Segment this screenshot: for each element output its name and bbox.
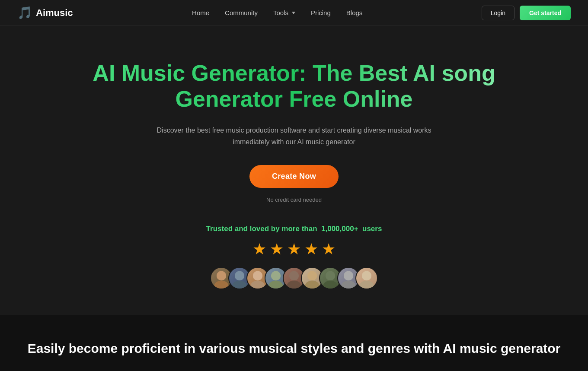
nav-link-home[interactable]: Home [192, 9, 209, 16]
features-section: Easily become proficient in various musi… [0, 315, 588, 371]
logo-icon: 🎵 [17, 6, 32, 20]
no-credit-card-text: No credit card needed [74, 197, 514, 203]
get-started-button[interactable]: Get started [520, 6, 571, 20]
svg-point-0 [217, 271, 226, 280]
star-1: ★ [252, 240, 266, 258]
nav-item-home[interactable]: Home [192, 9, 209, 17]
svg-point-8 [289, 271, 299, 280]
logo[interactable]: 🎵 Aimusic [17, 6, 73, 20]
nav-link-tools[interactable]: Tools [273, 9, 295, 16]
star-rating: ★ ★ ★ ★ ★ [74, 240, 514, 258]
chevron-down-icon [292, 12, 295, 14]
trusted-text: Trusted and loved by more than 1,000,000… [74, 225, 514, 233]
social-proof: Trusted and loved by more than 1,000,000… [74, 225, 514, 289]
hero-section: AI Music Generator: The Best AI song Gen… [56, 26, 532, 315]
svg-point-16 [362, 271, 371, 280]
user-count: 1,000,000+ [321, 225, 358, 233]
svg-point-6 [271, 271, 281, 280]
trusted-prefix: Trusted and loved by more than [206, 225, 317, 233]
svg-point-10 [307, 271, 317, 280]
nav-link-pricing[interactable]: Pricing [311, 9, 331, 16]
nav-item-blogs[interactable]: Blogs [346, 9, 363, 17]
star-4: ★ [304, 240, 318, 258]
nav-item-tools[interactable]: Tools [273, 9, 295, 16]
svg-point-15 [341, 281, 355, 289]
cta-container: Create Now No credit card needed [74, 165, 514, 203]
nav-links: Home Community Tools Pricing Blogs [192, 9, 362, 17]
svg-point-14 [344, 271, 353, 280]
svg-point-3 [232, 281, 246, 289]
star-5: ★ [322, 240, 336, 258]
nav-actions: Login Get started [482, 6, 571, 20]
svg-point-9 [287, 281, 301, 289]
features-title: Easily become proficient in various musi… [17, 341, 571, 356]
nav-link-community[interactable]: Community [225, 9, 258, 16]
svg-point-12 [326, 271, 335, 280]
svg-point-17 [359, 281, 374, 289]
svg-point-11 [305, 281, 319, 289]
svg-point-7 [268, 281, 283, 289]
svg-point-13 [323, 281, 337, 289]
logo-text: Aimusic [36, 7, 73, 19]
create-now-button[interactable]: Create Now [249, 165, 339, 188]
navbar: 🎵 Aimusic Home Community Tools Pricing B… [0, 0, 588, 26]
avatar-9 [355, 267, 378, 289]
star-2: ★ [270, 240, 284, 258]
nav-item-pricing[interactable]: Pricing [311, 9, 331, 17]
svg-point-2 [235, 271, 244, 280]
nav-link-blogs[interactable]: Blogs [346, 9, 363, 16]
hero-title: AI Music Generator: The Best AI song Gen… [74, 60, 514, 112]
svg-point-1 [214, 281, 228, 289]
user-avatars [74, 267, 514, 289]
login-button[interactable]: Login [482, 6, 514, 20]
hero-subtitle: Discover the best free music production … [147, 124, 441, 148]
svg-point-4 [253, 271, 262, 280]
trusted-suffix: users [362, 225, 382, 233]
svg-point-5 [250, 281, 265, 289]
star-3: ★ [287, 240, 301, 258]
nav-item-community[interactable]: Community [225, 9, 258, 17]
